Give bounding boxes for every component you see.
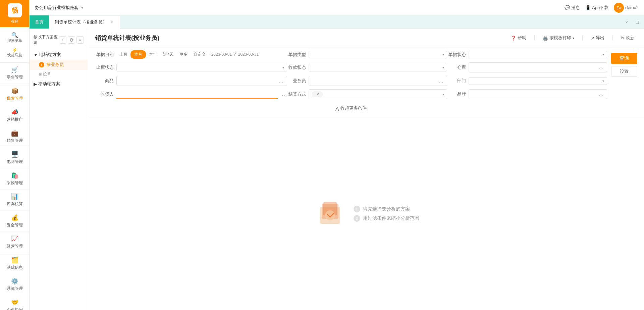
sidebar-search-section: 🔍 搜索菜单 ⚡ 快捷导航: [0, 27, 29, 63]
export-btn[interactable]: ↗ 导出: [588, 34, 607, 42]
sidebar-item-ecommerce[interactable]: 🖥️ 电商管理: [0, 147, 29, 168]
window-close-btn[interactable]: ×: [623, 18, 631, 26]
brand-label: 品牌: [447, 91, 466, 97]
content-area: 按以下方案查询 + ⚙ « ▼ 电脑端方案: [30, 29, 644, 310]
print-btn[interactable]: 🖨️ 按模板打印 ▾: [540, 34, 577, 42]
tabs-bar: 首页 销货单统计表（按业务员） × × □: [30, 15, 644, 29]
svg-point-3: [325, 210, 335, 220]
payment-method-tag-close[interactable]: ×: [316, 92, 320, 97]
mobile-scheme-title[interactable]: ▶ 移动端方案: [30, 79, 88, 89]
tab-sales-stats[interactable]: 销货单统计表（按业务员） ×: [49, 16, 120, 29]
topbar: 办公用品行业模拟账套 ▾ 💬 消息 📱 App下载 Ea demo2: [30, 0, 644, 15]
mobile-scheme-arrow: ▶: [34, 82, 37, 87]
date-btn-custom[interactable]: 自定义: [191, 50, 209, 59]
topbar-left: 办公用品行业模拟账套 ▾: [35, 5, 83, 11]
salesperson-dots: …: [438, 78, 444, 84]
sub-item-icon: ⊞: [39, 72, 42, 76]
warehouse-dots: …: [598, 64, 604, 70]
sidebar-item-system[interactable]: ⚙️ 系统管理: [0, 274, 29, 295]
sidebar-nav: 🛒 零售管理 📦 批发管理 📣 营销推广 💼 销售管理 🖥️ 电商管理 🛍️ 采…: [0, 63, 29, 310]
filter-fields: 单据日期 上月 本月 本年 近7天 更多 自定义: [95, 50, 607, 113]
sidebar-item-operations[interactable]: 📈 经营管理: [0, 232, 29, 253]
salesperson-dropdown[interactable]: …: [309, 76, 447, 86]
collapse-panel-btn[interactable]: «: [76, 36, 84, 44]
filter-order-status: 单据状态 ▾: [447, 51, 607, 58]
department-label: 部门: [447, 78, 466, 84]
settings-scheme-btn[interactable]: ⚙: [68, 36, 75, 44]
help-btn[interactable]: ❓ 帮助: [508, 34, 529, 42]
sidebar-item-finance[interactable]: 💰 资金管理: [0, 211, 29, 232]
filter-receipt-status: 收款状态 ▾: [287, 64, 447, 71]
purchase-icon: 🛍️: [11, 172, 18, 179]
collapse-up-icon: ⋀: [335, 106, 339, 111]
out-status-arrow: ▾: [282, 66, 284, 69]
sidebar-item-purchase[interactable]: 🛍️ 采购管理: [0, 168, 29, 190]
payment-method-arrow: ▾: [442, 93, 444, 96]
sidebar-item-retail[interactable]: 🛒 零售管理: [0, 63, 29, 84]
recipient-dots[interactable]: …: [282, 91, 287, 97]
sidebar-item-sales[interactable]: 💼 销售管理: [0, 126, 29, 147]
desktop-scheme-title[interactable]: ▼ 电脑端方案: [30, 50, 88, 60]
filter-warehouse: 仓库 …: [447, 62, 607, 72]
date-btn-more[interactable]: 更多: [176, 50, 191, 59]
topbar-right: 💬 消息 📱 App下载 Ea demo2: [565, 3, 639, 13]
date-btn-this-month[interactable]: 本月: [130, 50, 146, 59]
sidebar-item-marketing[interactable]: 📣 营销推广: [0, 105, 29, 126]
date-btn-last-month[interactable]: 上月: [116, 50, 130, 59]
product-dots: …: [278, 78, 284, 84]
brand-dropdown[interactable]: …: [469, 89, 607, 99]
receipt-status-dropdown[interactable]: ▾: [309, 64, 447, 71]
search-menu-btn[interactable]: 🔍 搜索菜单: [5, 30, 25, 45]
basic-icon: 🗂️: [11, 256, 18, 264]
filter-area: 单据日期 上月 本月 本年 近7天 更多 自定义: [88, 46, 644, 117]
empty-tip-2: 2 用过滤条件来缩小分析范围: [354, 215, 419, 222]
tip-num-1: 1: [354, 206, 360, 212]
order-status-dropdown[interactable]: ▾: [469, 51, 607, 58]
home-tab-label: 首页: [35, 19, 44, 25]
sidebar-item-basic[interactable]: 🗂️ 基础信息: [0, 253, 29, 274]
date-btn-this-year[interactable]: 本年: [146, 50, 160, 59]
collapse-filters-btn[interactable]: ⋀ 收起更多条件: [95, 103, 607, 113]
sidebar: 畅 标账 🔍 搜索菜单 ⚡ 快捷导航 🛒 零售管理 📦 批发管理 📣 营销推广 …: [0, 0, 30, 310]
product-dropdown[interactable]: …: [116, 76, 287, 86]
operations-icon: 📈: [11, 235, 18, 243]
refresh-icon: ↻: [621, 36, 625, 41]
scheme-salesperson[interactable]: ● 按业务员: [30, 60, 88, 70]
out-status-dropdown[interactable]: ▾: [116, 64, 287, 71]
refresh-btn[interactable]: ↻ 刷新: [618, 34, 637, 42]
order-type-dropdown[interactable]: ▾: [309, 51, 447, 58]
user-profile[interactable]: Ea demo2: [614, 3, 639, 13]
recipient-input[interactable]: [116, 90, 278, 99]
date-btn-7days[interactable]: 近7天: [160, 50, 176, 59]
message-icon: 💬: [565, 5, 570, 10]
sidebar-item-enterprise[interactable]: 🤝 企业协同: [0, 295, 29, 310]
query-btn[interactable]: 查询: [611, 53, 637, 64]
window-max-btn[interactable]: □: [633, 18, 641, 26]
tab-home[interactable]: 首页: [30, 15, 49, 29]
logo-subtext: 标账: [11, 19, 18, 24]
scheme-by-order[interactable]: ⊞ 按单: [34, 70, 88, 79]
sidebar-item-inventory[interactable]: 📊 库存核算: [0, 190, 29, 211]
add-scheme-btn[interactable]: +: [59, 36, 66, 44]
date-label: 单据日期: [95, 52, 114, 58]
topbar-dropdown-arrow[interactable]: ▾: [81, 5, 83, 10]
panel-header: 按以下方案查询 + ⚙ «: [30, 32, 88, 48]
brand-dots: …: [598, 91, 604, 97]
tab-close-btn[interactable]: ×: [109, 19, 114, 25]
main-area: 办公用品行业模拟账套 ▾ 💬 消息 📱 App下载 Ea demo2 首页: [30, 0, 644, 310]
app-logo[interactable]: 畅 标账: [0, 0, 29, 27]
quick-nav-btn[interactable]: ⚡ 快捷导航: [5, 45, 25, 60]
sidebar-item-wholesale[interactable]: 📦 批发管理: [0, 84, 29, 105]
sales-icon: 💼: [11, 130, 18, 137]
empty-tip-1: 1 请先选择要分析的方案: [354, 206, 419, 212]
download-icon: 📱: [585, 5, 591, 10]
main-panel: 销货单统计表(按业务员) ❓ 帮助 🖨️ 按模板打印 ▾ ↗: [88, 29, 644, 310]
message-btn[interactable]: 💬 消息: [565, 5, 580, 11]
app-download-btn[interactable]: 📱 App下载: [585, 5, 608, 11]
empty-illustration: [313, 197, 347, 230]
filter-row-1: 单据日期 上月 本月 本年 近7天 更多 自定义: [95, 50, 607, 59]
settings-btn[interactable]: 设置: [611, 66, 637, 77]
warehouse-dropdown[interactable]: …: [469, 62, 607, 72]
payment-method-dropdown[interactable]: × ▾: [309, 89, 447, 99]
department-dropdown[interactable]: ▾: [469, 77, 607, 85]
